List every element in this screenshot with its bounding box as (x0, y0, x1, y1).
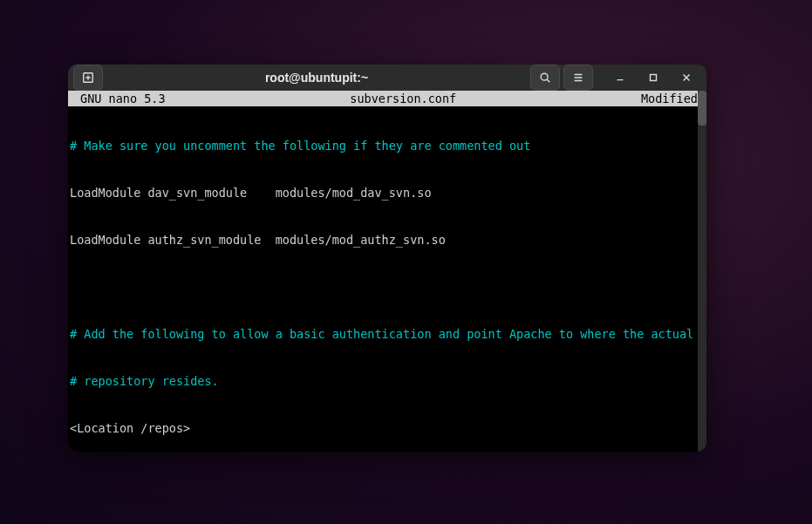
maximize-button[interactable] (638, 65, 668, 91)
window-titlebar[interactable]: root@ubuntupit:~ (68, 65, 706, 91)
svg-point-3 (541, 73, 548, 80)
hamburger-icon (572, 71, 584, 84)
editor-area[interactable]: # Make sure you uncomment the following … (68, 106, 706, 452)
nano-app-name: GNU nano 5.3 (70, 91, 166, 106)
editor-line: <Location /repos> (70, 420, 705, 436)
maximize-icon (647, 71, 659, 84)
editor-line: # Make sure you uncomment the following … (70, 138, 705, 153)
close-icon (680, 71, 693, 84)
new-tab-icon (82, 71, 94, 84)
search-button[interactable] (530, 65, 560, 91)
new-tab-button[interactable] (73, 65, 103, 91)
minimize-icon (614, 71, 626, 84)
svg-line-4 (547, 79, 549, 82)
editor-line: # Add the following to allow a basic aut… (70, 326, 705, 342)
nano-status: Modified (641, 91, 705, 106)
editor-line: LoadModule authz_svn_module modules/mod_… (70, 232, 705, 248)
menu-button[interactable] (563, 65, 593, 91)
search-icon (539, 71, 551, 84)
svg-rect-9 (651, 75, 657, 81)
minimize-button[interactable] (605, 65, 635, 91)
nano-header: GNU nano 5.3 subversion.conf Modified (68, 91, 706, 106)
nano-filename: subversion.conf (166, 91, 641, 106)
terminal-window: root@ubuntupit:~ GNU nano 5.3 subversion… (68, 65, 706, 452)
terminal-body[interactable]: GNU nano 5.3 subversion.conf Modified # … (68, 91, 706, 452)
close-button[interactable] (672, 65, 701, 91)
scrollbar-thumb[interactable] (698, 91, 706, 126)
editor-line: # repository resides. (70, 373, 705, 389)
editor-line (70, 279, 705, 295)
editor-line: LoadModule dav_svn_module modules/mod_da… (70, 185, 705, 201)
scrollbar[interactable] (698, 91, 706, 452)
window-title: root@ubuntupit:~ (103, 71, 530, 85)
